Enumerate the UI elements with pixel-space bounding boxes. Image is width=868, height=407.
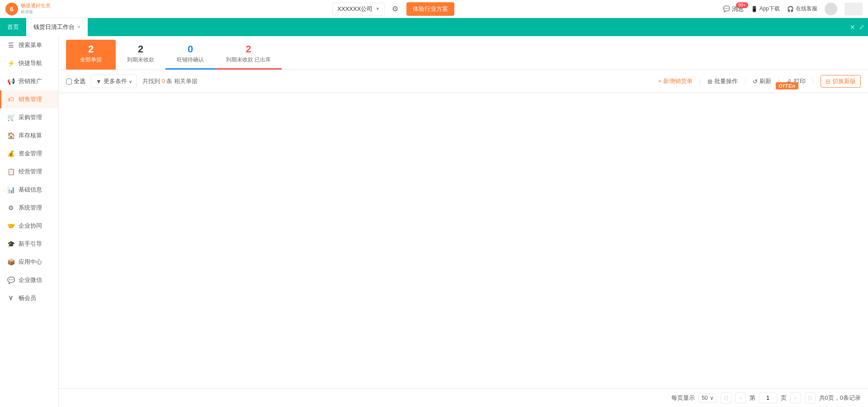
sidebar-item-quick-nav[interactable]: ⚡ 快捷导航 bbox=[0, 54, 58, 72]
filter-chevron-icon: ∨ bbox=[129, 79, 132, 84]
filter-icon: ▼ bbox=[96, 78, 102, 85]
tab-workbench[interactable]: 钱货日清工作台 × bbox=[26, 18, 88, 36]
add-sales-order-button[interactable]: + 新增销货单 bbox=[658, 77, 693, 85]
basic-info-icon: 📊 bbox=[7, 186, 15, 194]
stat-tab-all[interactable]: 2 全部单据 bbox=[66, 40, 116, 70]
sidebar-label-search: 搜索菜单 bbox=[19, 41, 42, 49]
quick-nav-icon: ⚡ bbox=[7, 59, 15, 67]
sidebar-item-marketing[interactable]: 📢 营销推广 bbox=[0, 72, 58, 90]
sidebar-label-finance: 资金管理 bbox=[19, 150, 42, 158]
company-name: XXXXXX公司 bbox=[337, 5, 373, 13]
purchase-icon: 🛒 bbox=[7, 113, 15, 122]
page-size-value: 50 bbox=[702, 395, 708, 401]
pagination-bar: 每页显示 50 ∨ ⟨⟨ ＜ 第 页 ＞ ⟩⟩ 共0页，0条记录 bbox=[59, 388, 868, 407]
chevron-down-icon: ▼ bbox=[375, 6, 380, 11]
user-name[interactable] bbox=[844, 3, 863, 15]
logo-area: 6 畅捷通好生意 标准版 bbox=[5, 3, 64, 15]
found-suffix: 相关单据 bbox=[174, 78, 198, 84]
online-service-button[interactable]: 🎧 在线客服 bbox=[787, 5, 817, 13]
content-area: 2 全部单据 2 到期未收款 0 旺铺待确认 2 到期未收款 已出库 全选 bbox=[59, 36, 868, 407]
page-size-selector[interactable]: 50 ∨ bbox=[698, 393, 717, 402]
tab-workbench-label: 钱货日清工作台 bbox=[33, 23, 75, 31]
empty-state bbox=[59, 93, 868, 388]
sidebar-item-app-center[interactable]: 📦 应用中心 bbox=[0, 253, 58, 271]
next-page-button[interactable]: ＞ bbox=[790, 393, 801, 403]
select-all-input[interactable] bbox=[66, 79, 72, 84]
sidebar-label-purchase: 采购管理 bbox=[19, 113, 42, 122]
refresh-label: 刷新 bbox=[760, 77, 771, 85]
page-number-input[interactable] bbox=[759, 393, 777, 403]
sidebar-item-sales[interactable]: 🏷 销售管理 bbox=[0, 90, 58, 108]
sidebar-label-sales: 销售管理 bbox=[19, 95, 42, 103]
sidebar: ☰ 搜索菜单 ⚡ 快捷导航 📢 营销推广 🏷 销售管理 🛒 采购管理 🏠 库存核… bbox=[0, 36, 59, 407]
message-badge: 99+ bbox=[736, 2, 748, 8]
batch-label: 批量操作 bbox=[714, 77, 738, 85]
tab-home[interactable]: 首页 bbox=[0, 18, 26, 36]
operations-icon: 📋 bbox=[7, 168, 15, 176]
sidebar-item-operations[interactable]: 📋 经营管理 bbox=[0, 163, 58, 181]
sidebar-item-inventory[interactable]: 🏠 库存核算 bbox=[0, 126, 58, 145]
found-unit: 条 bbox=[166, 78, 172, 84]
sidebar-item-basic-info[interactable]: 📊 基础信息 bbox=[0, 181, 58, 199]
filter-label: 更多条件 bbox=[104, 77, 127, 85]
sidebar-item-purchase[interactable]: 🛒 采购管理 bbox=[0, 108, 58, 126]
stats-tabs: 2 全部单据 2 到期未收款 0 旺铺待确认 2 到期未收款 已出库 bbox=[59, 36, 868, 70]
sidebar-item-system[interactable]: ⚙ 系统管理 bbox=[0, 199, 58, 217]
experience-btn[interactable]: 体验行业方案 bbox=[406, 2, 454, 16]
refresh-icon: ↺ bbox=[753, 78, 758, 85]
online-service-label: 在线客服 bbox=[796, 5, 817, 13]
sidebar-item-cooperation[interactable]: 🤝 企业协同 bbox=[0, 217, 58, 235]
sidebar-label-quick-nav: 快捷导航 bbox=[19, 59, 42, 67]
found-pre: 共找到 bbox=[142, 78, 160, 84]
message-icon: 💬 bbox=[723, 5, 730, 12]
download-icon: 📱 bbox=[751, 6, 758, 12]
filter-button[interactable]: ▼ 更多条件 ∨ bbox=[91, 75, 137, 88]
sidebar-item-vip[interactable]: V 畅会员 bbox=[0, 289, 58, 307]
sidebar-label-guide: 新手引导 bbox=[19, 240, 42, 248]
divider-2 bbox=[745, 78, 745, 85]
wechat-icon: 💬 bbox=[7, 276, 15, 284]
sidebar-item-guide[interactable]: 🎓 新手引导 bbox=[0, 235, 58, 253]
page-size-arrow: ∨ bbox=[710, 395, 714, 401]
close-tab-icon[interactable]: × bbox=[77, 24, 80, 30]
first-page-button[interactable]: ⟨⟨ bbox=[721, 393, 731, 403]
sidebar-item-enterprise-wechat[interactable]: 💬 企业微信 bbox=[0, 271, 58, 289]
divider-1 bbox=[700, 78, 700, 85]
batch-operation-button[interactable]: ⊞ 批量操作 bbox=[708, 77, 738, 85]
avatar[interactable] bbox=[825, 3, 837, 15]
prev-page-button[interactable]: ＜ bbox=[735, 393, 746, 403]
app-download-button[interactable]: 📱 App下载 bbox=[751, 5, 780, 13]
app-download-label: App下载 bbox=[760, 5, 780, 13]
sidebar-label-enterprise-wechat: 企业微信 bbox=[19, 276, 42, 284]
close-window-icon[interactable]: ✕ bbox=[850, 23, 855, 31]
stat-count-all: 2 bbox=[88, 43, 94, 55]
last-page-button[interactable]: ⟩⟩ bbox=[805, 393, 816, 403]
logo-text: 畅捷通好生意 bbox=[21, 3, 51, 9]
stat-tab-wangpu[interactable]: 0 旺铺待确认 bbox=[165, 40, 215, 70]
switch-new-version-button[interactable]: ⊟ 切换新版 bbox=[821, 75, 861, 88]
stat-label-overdue-shipped: 到期未收款 已出库 bbox=[226, 56, 271, 64]
add-icon: + 新增销货单 bbox=[658, 77, 693, 85]
logo-icon: 6 bbox=[5, 3, 18, 15]
search-menu-icon: ☰ bbox=[7, 41, 15, 49]
finance-icon: 💰 bbox=[7, 150, 15, 158]
guide-icon: 🎓 bbox=[7, 240, 15, 248]
service-icon: 🎧 bbox=[787, 6, 794, 12]
messages-button[interactable]: 💬 消息 99+ bbox=[723, 5, 744, 13]
stat-count-overdue: 2 bbox=[138, 43, 143, 55]
sidebar-label-basic-info: 基础信息 bbox=[19, 186, 42, 194]
sidebar-label-marketing: 营销推广 bbox=[19, 77, 42, 85]
maximize-icon[interactable]: ⤢ bbox=[859, 23, 864, 31]
gear-icon[interactable]: ⚙ bbox=[392, 5, 398, 13]
select-all-checkbox[interactable]: 全选 bbox=[66, 77, 85, 85]
app-center-icon: 📦 bbox=[7, 258, 15, 266]
sidebar-item-search[interactable]: ☰ 搜索菜单 bbox=[0, 36, 58, 54]
stat-tab-overdue[interactable]: 2 到期未收款 bbox=[116, 40, 165, 70]
company-selector[interactable]: XXXXXX公司 ▼ bbox=[332, 3, 385, 15]
sidebar-item-finance[interactable]: 💰 资金管理 bbox=[0, 145, 58, 163]
total-info: 共0页，0条记录 bbox=[819, 394, 861, 402]
refresh-button[interactable]: ↺ 刷新 bbox=[753, 77, 771, 85]
stat-tab-overdue-shipped[interactable]: 2 到期未收款 已出库 bbox=[215, 40, 282, 70]
current-page-label: 第 bbox=[750, 394, 755, 402]
cooperation-icon: 🤝 bbox=[7, 222, 15, 230]
